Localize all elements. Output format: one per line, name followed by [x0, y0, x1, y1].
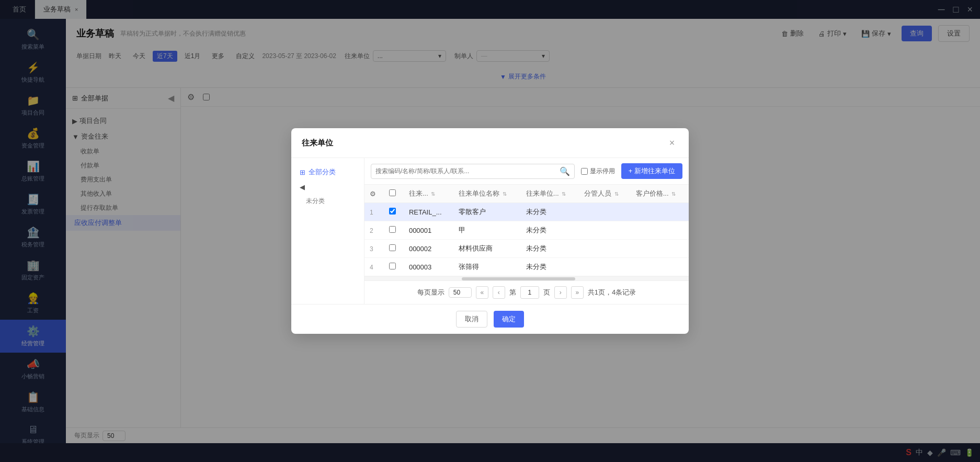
- row-1-num: 1: [364, 203, 384, 221]
- row-2-category: 未分类: [521, 221, 579, 240]
- row-2-num: 2: [364, 221, 384, 240]
- page-last-btn[interactable]: »: [571, 286, 584, 299]
- col-price: 客户价格... ⇅: [631, 185, 689, 203]
- col-manager: 分管人员 ⇅: [579, 185, 631, 203]
- row-1-checkbox: [384, 203, 404, 221]
- col-name-label: 往来单位名称: [459, 189, 499, 197]
- row-4-num: 4: [364, 258, 384, 276]
- page-label: 第: [509, 288, 516, 297]
- row-3-code: 000002: [404, 240, 453, 258]
- table-row[interactable]: 4 000003 张筛得 未分类: [364, 258, 689, 276]
- row-3-checkbox: [384, 240, 404, 258]
- row-1-manager: [579, 203, 631, 221]
- page-first-btn[interactable]: «: [476, 286, 488, 299]
- dialog-footer: 取消 确定: [291, 304, 689, 334]
- search-wrap: 🔍: [371, 164, 575, 179]
- col-price-label: 客户价格...: [636, 189, 669, 197]
- row-4-name: 张筛得: [453, 258, 521, 276]
- row-3-category: 未分类: [521, 240, 579, 258]
- cancel-btn[interactable]: 取消: [456, 311, 487, 328]
- confirm-btn[interactable]: 确定: [494, 311, 524, 328]
- col-category: 往来单位... ⇅: [521, 185, 579, 203]
- sort-cat-icon[interactable]: ⇅: [562, 191, 566, 197]
- row-3-manager: [579, 240, 631, 258]
- sort-code-icon[interactable]: ⇅: [431, 191, 435, 197]
- dialog-cat-all[interactable]: ⊞ 全部分类: [291, 164, 364, 180]
- dialog-close-btn[interactable]: ×: [666, 137, 678, 149]
- partner-dialog: 往来单位 × ⊞ 全部分类 ◀ 未分类: [291, 128, 689, 334]
- row-3-name: 材料供应商: [453, 240, 521, 258]
- table-row[interactable]: 1 RETAIL_... 零散客户 未分类: [364, 203, 689, 221]
- col-code: 往来... ⇅: [404, 185, 453, 203]
- show-disabled-label: 显示停用: [590, 167, 615, 176]
- dialog-search-bar: 🔍 显示停用 + 新增往来单位: [364, 158, 689, 185]
- page-next-btn[interactable]: ›: [554, 286, 567, 299]
- page-prev-btn[interactable]: ‹: [493, 286, 505, 299]
- col-name: 往来单位名称 ⇅: [453, 185, 521, 203]
- page-unit-label: 页: [543, 288, 550, 297]
- row-1-price: [631, 203, 689, 221]
- dialog-cat-toggle[interactable]: ◀: [291, 180, 364, 194]
- page-num-input[interactable]: [520, 286, 539, 299]
- table-select-all[interactable]: [389, 189, 396, 196]
- collapse-icon: ◀: [300, 183, 305, 191]
- row-3-num: 3: [364, 240, 384, 258]
- row-1-select[interactable]: [389, 208, 396, 215]
- row-3-select[interactable]: [389, 244, 396, 251]
- dialog-overlay: 往来单位 × ⊞ 全部分类 ◀ 未分类: [0, 0, 980, 462]
- dialog-pagination: 每页显示 50 « ‹ 第 页 › » 共1页，4条记录: [364, 280, 689, 304]
- row-4-category: 未分类: [521, 258, 579, 276]
- per-page-select[interactable]: 50: [449, 287, 472, 298]
- row-4-checkbox: [384, 258, 404, 276]
- settings-col-icon[interactable]: ⚙: [370, 190, 376, 198]
- row-2-select[interactable]: [389, 226, 396, 233]
- row-2-manager: [579, 221, 631, 240]
- add-partner-btn[interactable]: + 新增往来单位: [621, 163, 682, 179]
- table-scrollbar[interactable]: [364, 276, 689, 280]
- row-2-checkbox: [384, 221, 404, 240]
- dialog-cat-unclassified[interactable]: 未分类: [291, 194, 364, 208]
- sort-mgr-icon[interactable]: ⇅: [614, 191, 619, 197]
- scrollbar-thumb[interactable]: [462, 277, 575, 280]
- dialog-right-panel: 🔍 显示停用 + 新增往来单位 ⚙: [364, 158, 689, 304]
- row-1-code: RETAIL_...: [404, 203, 453, 221]
- col-code-label: 往来...: [409, 189, 428, 197]
- sort-price-icon[interactable]: ⇅: [671, 191, 676, 197]
- page-total-text: 共1页，4条记录: [588, 288, 636, 297]
- col-checkbox: [384, 185, 404, 203]
- row-4-select[interactable]: [389, 263, 396, 269]
- partner-table: ⚙ 往来... ⇅ 往来单位名称 ⇅: [364, 185, 689, 276]
- sort-name-icon[interactable]: ⇅: [503, 191, 507, 197]
- col-manager-label: 分管人员: [584, 189, 611, 197]
- search-icon: 🔍: [560, 166, 570, 176]
- dialog-body: ⊞ 全部分类 ◀ 未分类 🔍 显示停用: [291, 158, 689, 304]
- dialog-header: 往来单位 ×: [291, 128, 689, 158]
- row-4-manager: [579, 258, 631, 276]
- show-disabled-checkbox-wrap: 显示停用: [581, 167, 615, 176]
- per-page-label: 每页显示: [417, 288, 445, 297]
- dialog-title: 往来单位: [302, 138, 333, 148]
- row-4-price: [631, 258, 689, 276]
- col-settings: ⚙: [364, 185, 384, 203]
- row-2-name: 甲: [453, 221, 521, 240]
- row-2-code: 000001: [404, 221, 453, 240]
- table-row[interactable]: 3 000002 材料供应商 未分类: [364, 240, 689, 258]
- row-2-price: [631, 221, 689, 240]
- grid-cat-icon: ⊞: [300, 168, 305, 176]
- col-category-label: 往来单位...: [526, 189, 559, 197]
- show-disabled-checkbox[interactable]: [581, 168, 588, 175]
- dialog-cat-all-label: 全部分类: [309, 167, 336, 177]
- table-row[interactable]: 2 000001 甲 未分类: [364, 221, 689, 240]
- row-1-category: 未分类: [521, 203, 579, 221]
- dialog-left-panel: ⊞ 全部分类 ◀ 未分类: [291, 158, 364, 304]
- search-input[interactable]: [375, 167, 556, 175]
- row-4-code: 000003: [404, 258, 453, 276]
- row-3-price: [631, 240, 689, 258]
- row-1-name: 零散客户: [453, 203, 521, 221]
